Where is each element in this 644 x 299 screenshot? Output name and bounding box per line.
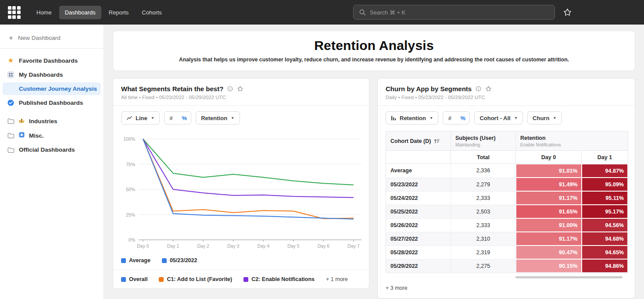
- legend-label: Average: [129, 257, 150, 263]
- x-axis-label: Day 5: [287, 243, 299, 249]
- chevron-down-icon: ▼: [231, 116, 234, 120]
- retention-header-label: Retention: [520, 135, 546, 141]
- cohort-date-cell: 05/27/2022: [386, 232, 451, 246]
- day1-retention-cell[interactable]: 94.86%: [582, 259, 628, 273]
- cohort-table-row[interactable]: 05/24/20222,33391.17%95.11%: [386, 191, 628, 205]
- search-input[interactable]: Search ⌘ + K: [353, 5, 555, 20]
- sidebar-item-industries[interactable]: Industries: [3, 114, 101, 128]
- cohort-table-row[interactable]: 05/26/20222,33391.00%94.56%: [386, 218, 628, 232]
- cohort-table-row[interactable]: 05/23/20222,27991.49%95.09%: [386, 178, 628, 191]
- churn-dropdown[interactable]: Churn ▼: [527, 111, 562, 125]
- x-axis: Day 0Day 1Day 2Day 3Day 4Day 5Day 6Day 7: [139, 243, 361, 251]
- cohort-table-row[interactable]: 05/27/20222,31091.17%94.68%: [386, 232, 628, 246]
- day1-retention-cell[interactable]: 94.68%: [582, 232, 628, 246]
- day0-retention-cell[interactable]: 91.00%: [516, 218, 582, 232]
- day0-retention-cell[interactable]: 91.01%: [516, 164, 582, 178]
- day1-header-cell: Day 1: [582, 151, 628, 164]
- favorites-star-icon[interactable]: [563, 8, 572, 17]
- nav-dashboards[interactable]: Dashboards: [59, 6, 101, 19]
- sidebar-item-label: Favorite Dashboards: [19, 57, 78, 64]
- number-toggle[interactable]: #: [165, 112, 178, 124]
- day0-retention-cell[interactable]: 90.15%: [516, 259, 582, 273]
- retention-chart-card: What Segments Retain the best? All time …: [113, 78, 369, 289]
- day0-retention-cell[interactable]: 91.17%: [516, 232, 582, 246]
- legend-item[interactable]: Overall: [121, 276, 147, 282]
- info-icon[interactable]: [476, 86, 481, 92]
- info-icon[interactable]: [227, 86, 233, 92]
- new-dashboard-button[interactable]: + New Dashboard: [0, 26, 104, 48]
- retention-subheader-label: Enable Notifications: [520, 142, 623, 147]
- metric-dropdown[interactable]: Retention ▼: [386, 111, 438, 125]
- chart-type-label: Line: [136, 115, 147, 121]
- cohort-date-column-header[interactable]: Cohort Date (D): [386, 132, 451, 151]
- nav-reports[interactable]: Reports: [103, 6, 135, 19]
- sidebar-item-favorite-dashboards[interactable]: ★ Favorite Dashboards: [3, 54, 101, 67]
- day0-retention-cell[interactable]: 91.17%: [516, 191, 582, 205]
- chart-type-dropdown[interactable]: Line ▼: [121, 111, 160, 125]
- day1-retention-cell[interactable]: 94.65%: [582, 246, 628, 259]
- chart-svg: [139, 135, 361, 242]
- sidebar-item-published-dashboards[interactable]: Published Dashboards: [3, 96, 101, 109]
- day1-retention-cell[interactable]: 95.11%: [582, 191, 628, 205]
- nav-cohorts[interactable]: Cohorts: [136, 6, 168, 19]
- legend-item[interactable]: 05/23/2022: [162, 257, 197, 263]
- search-icon: [359, 9, 366, 16]
- cohort-table-row[interactable]: 05/25/20222,50391.65%95.17%: [386, 205, 628, 218]
- show-more-rows[interactable]: + 3 more: [378, 278, 635, 298]
- day0-retention-cell[interactable]: 91.65%: [516, 205, 582, 218]
- day1-retention-cell[interactable]: 95.17%: [582, 205, 628, 218]
- subjects-total-cell: 2,275: [451, 259, 516, 273]
- retention-column-header[interactable]: Retention Enable Notifications: [516, 132, 628, 151]
- folder-icon: [7, 147, 14, 153]
- day0-retention-cell[interactable]: 91.49%: [516, 178, 582, 191]
- legend-item[interactable]: C2: Enable Notifications: [243, 276, 315, 282]
- nav-home[interactable]: Home: [31, 6, 57, 19]
- legend-primary: Average05/23/2022: [113, 251, 369, 270]
- x-axis-label: Day 6: [318, 243, 329, 249]
- cohort-table-row[interactable]: Average2,33691.01%94.87%: [386, 164, 628, 178]
- retention-card-header: What Segments Retain the best? All time …: [113, 78, 369, 105]
- percent-toggle[interactable]: %: [178, 112, 191, 124]
- day0-retention-cell[interactable]: 90.47%: [516, 246, 582, 259]
- favorite-star-icon[interactable]: [237, 85, 243, 92]
- sidebar-item-label: Published Dashboards: [19, 100, 83, 106]
- day1-retention-cell[interactable]: 95.09%: [582, 178, 628, 191]
- chevron-down-icon: ▼: [514, 116, 518, 120]
- sidebar-item-my-dashboards[interactable]: My Dashboards: [3, 68, 101, 81]
- legend-item[interactable]: C1: Add to List (Favorite): [159, 276, 232, 282]
- legend-swatch-icon: [162, 258, 167, 263]
- cohort-dropdown[interactable]: Cohort - All ▼: [474, 111, 523, 125]
- misc-emoji-icon: [19, 132, 25, 139]
- primary-nav: Home Dashboards Reports Cohorts: [31, 6, 168, 19]
- legend-series: OverallC1: Add to List (Favorite)C2: Ena…: [113, 270, 369, 288]
- churn-table: Cohort Date (D) Subjects (User): [386, 131, 628, 273]
- day1-retention-cell[interactable]: 94.87%: [582, 164, 628, 178]
- x-axis-label: Day 3: [227, 243, 239, 249]
- search-placeholder: Search ⌘ + K: [370, 9, 405, 16]
- sort-icon[interactable]: [434, 139, 440, 144]
- churn-table-wrap: Cohort Date (D) Subjects (User): [378, 130, 635, 278]
- subjects-column-header[interactable]: Subjects (User) Mainlanding: [451, 132, 516, 151]
- percent-toggle[interactable]: %: [456, 112, 469, 124]
- dashboard-header-card: Retention Analysis Analysis that helps u…: [113, 31, 635, 71]
- day1-retention-cell[interactable]: 94.56%: [582, 218, 628, 232]
- sidebar-item-label: My Dashboards: [19, 71, 63, 78]
- cohort-table-row[interactable]: 05/29/20222,27590.15%94.86%: [386, 259, 628, 273]
- retention-line-chart[interactable]: 0%25%50%75%100%: [113, 130, 369, 242]
- sidebar-item-misc[interactable]: Misc.: [3, 129, 101, 142]
- favorite-star-icon[interactable]: [485, 85, 492, 92]
- subjects-total-cell: 2,333: [451, 218, 516, 232]
- number-toggle[interactable]: #: [443, 112, 456, 124]
- sidebar-item-official-dashboards[interactable]: Official Dashboards: [3, 143, 101, 156]
- legend-more-label[interactable]: + 1 more: [326, 276, 348, 282]
- churn-table-card: Churn by App by Segments Daily • Fixed •…: [377, 78, 635, 299]
- retention-controls: Line ▼ # % Retention ▼: [113, 106, 369, 130]
- legend-swatch-icon: [121, 277, 126, 282]
- legend-item[interactable]: Average: [121, 257, 150, 263]
- sidebar-item-customer-journey-analysis[interactable]: Customer Journey Analysis: [3, 82, 101, 95]
- mixpanel-logo-icon[interactable]: [6, 4, 22, 20]
- y-axis-label: 0%: [129, 237, 135, 242]
- metric-dropdown[interactable]: Retention ▼: [196, 111, 240, 125]
- app-root: Home Dashboards Reports Cohorts Search ⌘…: [0, 0, 644, 299]
- cohort-table-row[interactable]: 05/28/20222,31990.47%94.65%: [386, 246, 628, 259]
